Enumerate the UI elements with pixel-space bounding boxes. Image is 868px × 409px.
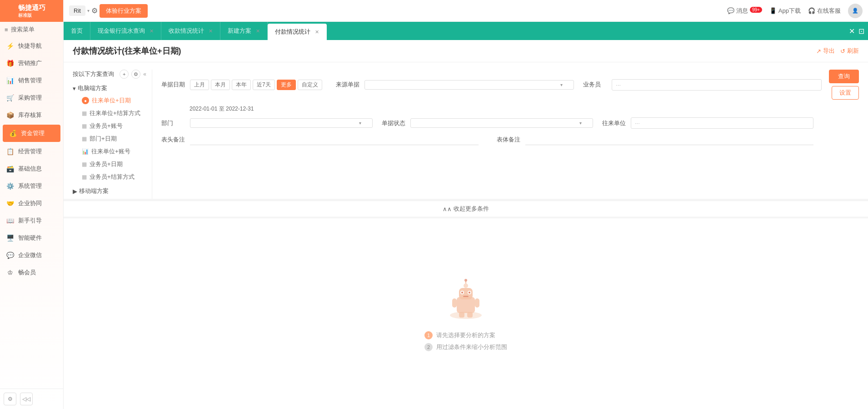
scheme-counterpart-account[interactable]: 📊 往来单位+账号 — [73, 145, 146, 158]
search-menu-item[interactable]: ≡ 搜索菜单 — [0, 22, 63, 37]
date-last-7days[interactable]: 近7天 — [253, 80, 275, 90]
tab-close-all-btn[interactable]: ✕ — [849, 27, 855, 35]
tab-home[interactable]: 首页 — [64, 22, 90, 40]
collapse-more-btn[interactable]: ∧∧ 收起更多条件 — [443, 205, 489, 213]
tab-income-stats-close[interactable]: ✕ — [209, 28, 213, 34]
scheme-settings-btn[interactable]: ⚙ — [131, 70, 140, 79]
sidebar-item-operation[interactable]: 📋 经营管理 — [0, 143, 63, 160]
pc-category-header[interactable]: ▾ 电脑端方案 — [73, 82, 146, 94]
salesman-select[interactable]: ··· — [612, 79, 822, 91]
source-label: 来源单据 — [336, 81, 361, 89]
app-download-btn[interactable]: 📱 App下载 — [769, 7, 801, 15]
scheme-salesman-account[interactable]: ▦ 业务员+账号 — [73, 120, 146, 132]
tab-bank-flow-close[interactable]: ✕ — [150, 28, 154, 34]
scheme-panel-header: 按以下方案查询 + ⚙ « — [73, 70, 146, 79]
scheme-active-indicator: ● — [82, 97, 89, 104]
filter-fields: 单据日期 上月 本月 本年 近7天 更多 自定义 来源单据 — [152, 70, 859, 199]
scheme-counterpart-settlement[interactable]: ▦ 往来单位+结算方式 — [73, 107, 146, 120]
sidebar-item-basic[interactable]: 🗃️ 基础信息 — [0, 160, 63, 177]
tab-home-label: 首页 — [71, 27, 83, 35]
scheme-label: 往来单位+账号 — [91, 147, 130, 156]
scheme-label: 部门+日期 — [90, 135, 117, 143]
tab-bank-flow[interactable]: 现金银行流水查询 ✕ — [90, 22, 161, 40]
collapse-label: 收起更多条件 — [454, 205, 489, 213]
page-title: 付款情况统计(往来单位+日期) — [73, 45, 816, 56]
scheme-salesman-date[interactable]: ▦ 业务员+日期 — [73, 158, 146, 171]
export-label: 导出 — [823, 47, 835, 55]
sidebar-item-wechat[interactable]: 💬 企业微信 — [0, 247, 63, 264]
export-btn[interactable]: ↗ 导出 — [816, 47, 835, 55]
date-more[interactable]: 更多 — [277, 80, 296, 90]
scheme-collapse-btn[interactable]: « — [143, 71, 146, 77]
empty-tip-2: 2 用过滤条件来缩小分析范围 — [424, 343, 507, 351]
scheme-label: 业务员+结算方式 — [90, 173, 135, 181]
sidebar-item-guide[interactable]: 📖 新手引导 — [0, 212, 63, 229]
filter-settings-btn[interactable]: 设置 — [832, 86, 859, 100]
scheme-icon: ▦ — [82, 136, 87, 142]
add-scheme-btn[interactable]: + — [120, 70, 129, 79]
status-select[interactable]: ▾ — [410, 118, 593, 128]
date-buttons: 上月 本月 本年 近7天 更多 自定义 — [190, 80, 322, 90]
operation-icon: 📋 — [5, 148, 15, 155]
scheme-salesman-settlement[interactable]: ▦ 业务员+结算方式 — [73, 171, 146, 183]
user-name[interactable]: Rit — [69, 5, 85, 16]
logo-sub: 标准版 — [18, 12, 45, 19]
date-this-month[interactable]: 本月 — [211, 80, 230, 90]
tab-maximize-btn[interactable]: ⊡ — [858, 27, 864, 35]
sidebar-item-finance[interactable]: 💰 资金管理 — [3, 125, 60, 142]
counterpart-select-text: ··· — [635, 120, 802, 126]
sidebar-label: 快捷导航 — [18, 42, 42, 50]
sidebar-settings-btn[interactable]: ⚙ — [4, 393, 16, 405]
sidebar-item-quick-nav[interactable]: ⚡ 快捷导航 — [0, 37, 63, 55]
messages-btn[interactable]: 💬 消息 99+ — [727, 7, 762, 15]
sidebar-item-purchase[interactable]: 🛒 采购管理 — [0, 89, 63, 106]
tab-new-plan-close[interactable]: ✕ — [256, 28, 260, 34]
sidebar-item-system[interactable]: ⚙️ 系统管理 — [0, 177, 63, 195]
dept-select[interactable]: ▾ — [190, 118, 373, 128]
messages-badge: 99+ — [750, 7, 762, 13]
scheme-panel-actions: + ⚙ « — [120, 70, 146, 79]
sidebar-item-hardware[interactable]: 🖥️ 智能硬件 — [0, 229, 63, 247]
svg-rect-8 — [452, 298, 457, 308]
empty-state: 1 请先选择要分析的方案 2 用过滤条件来缩小分析范围 — [64, 218, 868, 409]
scheme-chart-icon: 📊 — [82, 148, 89, 155]
sidebar-item-inventory[interactable]: 📦 库存核算 — [0, 106, 63, 124]
top-header: Rit ▾ ⚙ 体验行业方案 💬 消息 99+ 📱 App下载 🎧 在线客服 👤 — [64, 0, 868, 22]
tab-income-stats[interactable]: 收款情况统计 ✕ — [161, 22, 220, 40]
date-custom[interactable]: 自定义 — [298, 80, 322, 90]
scheme-dept-date[interactable]: ▦ 部门+日期 — [73, 132, 146, 145]
svg-rect-11 — [467, 312, 473, 318]
header-note-input[interactable] — [190, 134, 479, 145]
dropdown-icon[interactable]: ▾ — [87, 8, 90, 13]
svg-rect-10 — [459, 312, 464, 318]
sidebar-item-member[interactable]: ♔ 畅会员 — [0, 264, 63, 281]
mobile-category-header[interactable]: ▶ 移动端方案 — [73, 185, 146, 197]
tab-new-plan[interactable]: 新建方案 ✕ — [220, 22, 268, 40]
scheme-counterpart-date[interactable]: ● 往来单位+日期 — [73, 94, 146, 107]
experience-btn[interactable]: 体验行业方案 — [100, 4, 148, 18]
tab-payment-stats-close[interactable]: ✕ — [315, 29, 319, 35]
sidebar-collapse-btn[interactable]: ◁◁ — [20, 393, 33, 405]
counterpart-select[interactable]: ··· — [631, 117, 813, 129]
sidebar-label: 销售管理 — [18, 76, 42, 85]
settings-icon[interactable]: ⚙ — [91, 6, 98, 15]
query-btn[interactable]: 查询 — [829, 70, 859, 83]
svg-point-12 — [464, 283, 468, 288]
sidebar-label: 智能硬件 — [18, 234, 42, 242]
sidebar-item-sales[interactable]: 📊 销售管理 — [0, 72, 63, 89]
date-last-month[interactable]: 上月 — [190, 80, 209, 90]
sidebar-item-marketing[interactable]: 🎁 营销推广 — [0, 55, 63, 72]
sidebar-label: 新手引导 — [18, 217, 42, 225]
page-content: 付款情况统计(往来单位+日期) ↗ 导出 ↺ 刷新 按以下方案查询 + — [64, 40, 868, 409]
tab-new-plan-label: 新建方案 — [228, 27, 251, 35]
date-this-year[interactable]: 本年 — [232, 80, 251, 90]
refresh-icon: ↺ — [840, 48, 845, 55]
export-icon: ↗ — [816, 48, 821, 55]
source-select[interactable]: ▾ — [364, 80, 574, 90]
online-service-btn[interactable]: 🎧 在线客服 — [808, 7, 841, 15]
refresh-btn[interactable]: ↺ 刷新 — [840, 47, 859, 55]
tab-payment-stats[interactable]: 付款情况统计 ✕ — [268, 24, 327, 40]
sidebar-item-enterprise[interactable]: 🤝 企业协同 — [0, 195, 63, 212]
user-avatar[interactable]: 👤 — [848, 4, 863, 18]
body-note-input[interactable] — [525, 134, 814, 145]
